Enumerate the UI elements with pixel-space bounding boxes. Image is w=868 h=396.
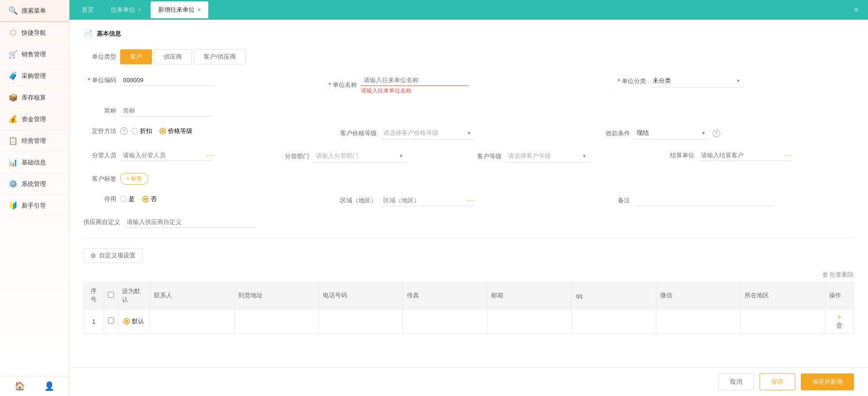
- row-checkbox[interactable]: [108, 318, 114, 324]
- unit-name-group: 单位名称 请输入往来单位名称: [324, 75, 613, 95]
- row-fax-input[interactable]: [407, 318, 483, 325]
- sidebar-item-basic-info[interactable]: 📊 基础信息: [0, 152, 69, 173]
- customer-price-level-select[interactable]: 请选择客户价格等级 ▼: [381, 127, 474, 140]
- short-name-label: 简称: [84, 107, 116, 115]
- sidebar-item-operations[interactable]: 📋 经营管理: [0, 130, 69, 152]
- manager-input[interactable]: [120, 150, 205, 161]
- tab-partner[interactable]: 往来单位 ×: [103, 1, 149, 18]
- customer-price-level-placeholder: 请选择客户价格等级: [383, 129, 464, 137]
- row-default-cell: 默认: [118, 309, 150, 334]
- tab-new-partner[interactable]: 新增往来单位 ×: [151, 1, 208, 18]
- row-delete-btn[interactable]: 🗑: [834, 321, 845, 330]
- remark-label: 备注: [597, 196, 630, 205]
- select-all-checkbox[interactable]: [108, 292, 114, 298]
- row-add-btn[interactable]: +: [835, 313, 843, 321]
- short-name-input[interactable]: [120, 105, 214, 116]
- row-location-input[interactable]: [745, 318, 821, 325]
- unit-name-label: 单位名称: [324, 81, 357, 89]
- cancel-button[interactable]: 取消: [718, 373, 754, 390]
- unit-type-label: 单位类型: [84, 53, 116, 61]
- tab-home-label: 首页: [82, 6, 94, 14]
- tab-partner-close[interactable]: ×: [138, 7, 141, 13]
- unit-name-input[interactable]: [361, 75, 469, 86]
- chart-icon: 📊: [8, 158, 18, 167]
- batch-delete-btn[interactable]: 🗑 批量删除: [84, 271, 854, 279]
- sidebar-item-inventory[interactable]: 📦 库存核算: [0, 87, 69, 109]
- sidebar-item-guide[interactable]: 🔰 新手引导: [0, 195, 69, 217]
- save-new-button[interactable]: 保存并新增: [801, 373, 854, 390]
- save-button[interactable]: 保存: [760, 373, 795, 390]
- add-tag-button[interactable]: + 标签: [120, 173, 148, 185]
- window-close-button[interactable]: ×: [849, 5, 863, 15]
- col-phone: 电话号码: [319, 282, 403, 309]
- sidebar-item-purchase[interactable]: 🧳 采购管理: [0, 65, 69, 87]
- manager-group: 分管人员 ···: [84, 150, 276, 161]
- col-location: 所在地区: [740, 282, 825, 309]
- sidebar-item-quick-nav[interactable]: ⬡ 快捷导航: [0, 22, 69, 44]
- user-bottom-icon[interactable]: 👤: [44, 381, 54, 391]
- customer-level-select[interactable]: 请选择客户等级 ▼: [505, 150, 590, 163]
- unit-name-error: 请输入往来单位名称: [361, 87, 469, 95]
- remark-group: 备注: [597, 195, 854, 206]
- type-btn-both[interactable]: 客户/供应商: [194, 49, 246, 64]
- row-wechat-input[interactable]: [660, 318, 737, 325]
- payment-terms-select[interactable]: 现结 ▼: [634, 127, 709, 140]
- table-header-row: 序号 设为默认 联系人 到货地址 电话号码 传真 邮箱 qq 微信 所在地区 操…: [84, 282, 854, 309]
- region-input[interactable]: [381, 195, 465, 206]
- sidebar-item-finance[interactable]: 💰 资金管理: [0, 109, 69, 130]
- sidebar-item-search[interactable]: 🔍 搜索菜单: [0, 0, 69, 22]
- row-contact-input[interactable]: [154, 318, 230, 325]
- disable-yes-circle: [120, 196, 127, 202]
- payment-terms-value: 现结: [637, 129, 699, 137]
- type-btn-supplier[interactable]: 供应商: [154, 49, 192, 64]
- type-btn-customer[interactable]: 客户: [120, 49, 152, 64]
- row-email-input[interactable]: [491, 318, 568, 325]
- payment-terms-help-icon[interactable]: ?: [713, 130, 720, 137]
- tab-new-partner-close[interactable]: ×: [198, 7, 201, 13]
- row-phone-input[interactable]: [323, 318, 399, 325]
- sidebar-item-label: 采购管理: [22, 72, 46, 80]
- unit-name-wrapper: 请输入往来单位名称: [361, 75, 469, 95]
- row-qq-input[interactable]: [576, 318, 652, 325]
- unit-category-group: 单位分类 未分类 ▼: [613, 75, 854, 87]
- payment-terms-label: 收款条件: [597, 129, 630, 138]
- main-content: 首页 往来单位 × 新增往来单位 × × 📄 基本信息 单位类型 客户 供应商 …: [69, 0, 868, 396]
- table-row: 1 默认: [84, 309, 854, 334]
- clipboard-icon: 📋: [8, 136, 18, 145]
- section-title-text: 基本信息: [97, 30, 121, 38]
- customer-price-level-chevron: ▼: [466, 130, 472, 136]
- home-bottom-icon[interactable]: 🏠: [15, 381, 25, 391]
- tab-home[interactable]: 首页: [74, 1, 101, 18]
- contact-table: 序号 设为默认 联系人 到货地址 电话号码 传真 邮箱 qq 微信 所在地区 操…: [84, 282, 854, 334]
- department-label: 分管部门: [276, 152, 309, 161]
- disable-no[interactable]: 否: [142, 195, 157, 203]
- unit-category-select[interactable]: 未分类 ▼: [650, 75, 744, 87]
- pricing-radio-discount-circle: [131, 128, 138, 134]
- custom-settings-button[interactable]: ⚙ 自定义项设置: [84, 248, 143, 263]
- pricing-radio-price-level[interactable]: 价格等级: [160, 127, 192, 135]
- manager-input-wrapper: ···: [120, 150, 214, 161]
- row-address-input[interactable]: [238, 318, 315, 325]
- short-name-group: 简称: [84, 105, 854, 116]
- pricing-help-icon[interactable]: ?: [120, 127, 128, 135]
- settlement-unit-dots-btn[interactable]: ···: [783, 151, 794, 160]
- remark-input[interactable]: [634, 195, 775, 206]
- department-select[interactable]: 请输入分管部门 ▼: [313, 150, 407, 163]
- region-label: 区域（地区）: [340, 196, 377, 205]
- disable-yes[interactable]: 是: [120, 195, 135, 203]
- settlement-unit-input[interactable]: [698, 150, 783, 161]
- unit-code-input[interactable]: [120, 75, 214, 86]
- row-default-radio-circle: [123, 318, 130, 325]
- footer: 取消 保存 保存并新增: [69, 367, 868, 396]
- customer-price-level-label: 客户价格等级: [340, 129, 377, 138]
- sidebar-item-sales[interactable]: 🛒 销售管理: [0, 44, 69, 65]
- payment-terms-chevron: ▼: [701, 130, 706, 136]
- sidebar-item-system[interactable]: ⚙️ 系统管理: [0, 173, 69, 195]
- manager-dots-btn[interactable]: ···: [205, 151, 216, 160]
- unit-category-value: 未分类: [653, 77, 734, 85]
- row-default-radio[interactable]: 默认: [122, 317, 146, 326]
- region-dots-btn[interactable]: ···: [465, 196, 476, 205]
- disable-radio-group: 是 否: [120, 195, 157, 203]
- supplier-custom-input[interactable]: [124, 217, 255, 228]
- pricing-radio-discount[interactable]: 折扣: [131, 127, 152, 135]
